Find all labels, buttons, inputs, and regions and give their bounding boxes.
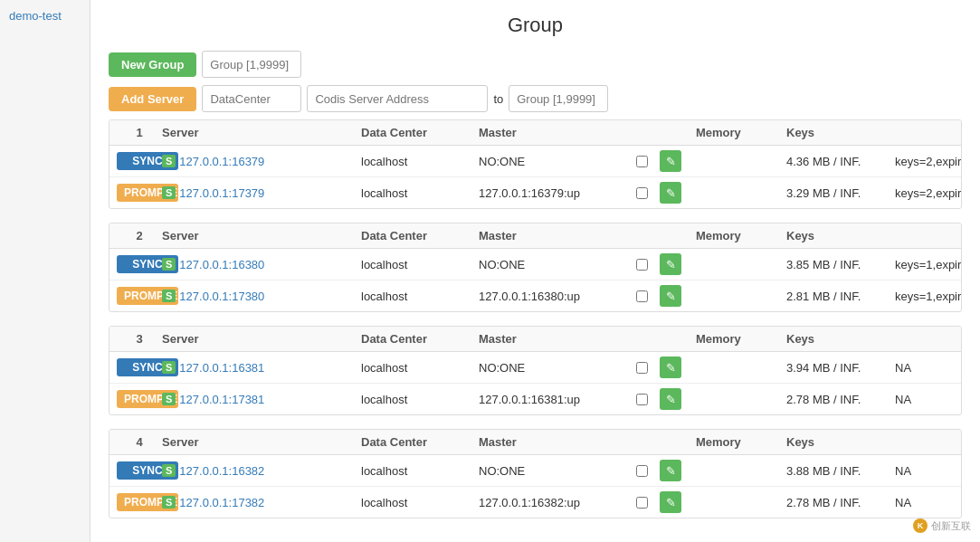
- server-address-link[interactable]: 127.0.0.1:17379: [179, 186, 264, 200]
- row-checkbox[interactable]: [636, 156, 648, 167]
- column-header: [660, 435, 696, 449]
- keys-cell: NA: [895, 496, 954, 509]
- column-header: Keys: [786, 229, 895, 242]
- watermark-icon: K: [913, 518, 928, 533]
- edit-button[interactable]: ✎: [660, 253, 681, 275]
- column-header: Server: [162, 332, 361, 346]
- master-cell: NO:ONE: [479, 155, 623, 168]
- datacenter-input[interactable]: [202, 85, 301, 112]
- edit-button[interactable]: ✎: [660, 491, 681, 513]
- memory-cell: 2.78 MB / INF.: [786, 393, 895, 406]
- group-number: 4: [117, 435, 162, 449]
- datacenter-cell: localhost: [361, 258, 479, 271]
- checkbox-cell: [623, 465, 660, 477]
- server-address-link[interactable]: 127.0.0.1:16380: [179, 258, 264, 271]
- keys-cell: keys=2,expires=0,avg_ttl=0: [895, 186, 962, 200]
- server-cell: S127.0.0.1:17380: [162, 290, 361, 303]
- column-header: Data Center: [361, 229, 479, 242]
- group-number: 3: [117, 332, 162, 346]
- edit-button[interactable]: ✎: [660, 150, 681, 172]
- group-target-input[interactable]: [509, 85, 608, 112]
- row-checkbox[interactable]: [636, 497, 648, 509]
- edit-cell: ✎: [660, 460, 696, 481]
- server-cell: S127.0.0.1:17381: [162, 393, 361, 406]
- edit-button[interactable]: ✎: [660, 182, 681, 204]
- server-cell: S127.0.0.1:16381: [162, 361, 361, 375]
- row-checkbox[interactable]: [636, 290, 648, 302]
- column-header: Memory: [696, 126, 786, 139]
- server-cell: S127.0.0.1:17382: [162, 496, 361, 509]
- memory-cell: 3.29 MB / INF.: [786, 186, 895, 200]
- datacenter-cell: localhost: [361, 464, 479, 478]
- column-header: Memory: [696, 229, 786, 242]
- checkbox-cell: [623, 259, 660, 271]
- edit-button[interactable]: ✎: [660, 357, 681, 378]
- server-address-link[interactable]: 127.0.0.1:16379: [179, 155, 264, 168]
- toolbar: New Group: [109, 51, 962, 78]
- to-label: to: [493, 92, 503, 106]
- server-address-link[interactable]: 127.0.0.1:17382: [179, 496, 264, 509]
- server-cell: S127.0.0.1:16382: [162, 464, 361, 478]
- edit-button[interactable]: ✎: [660, 388, 681, 410]
- server-address-link[interactable]: 127.0.0.1:17380: [179, 290, 264, 303]
- memory-cell: 3.85 MB / INF.: [786, 258, 895, 271]
- table-row: SYNCS127.0.0.1:16379localhostNO:ONE✎4.36…: [109, 146, 961, 177]
- column-header: Data Center: [361, 435, 479, 449]
- add-server-toolbar: Add Server to: [109, 85, 962, 112]
- column-header: Memory: [696, 435, 786, 449]
- sidebar: demo-test: [0, 0, 90, 542]
- memory-cell: 3.94 MB / INF.: [786, 361, 895, 375]
- new-group-input[interactable]: [202, 51, 301, 78]
- group-header-1: 1ServerData CenterMasterMemoryKeys: [109, 120, 961, 146]
- server-address-link[interactable]: 127.0.0.1:16381: [179, 361, 264, 375]
- column-header: Server: [162, 126, 361, 139]
- column-header: Memory: [696, 332, 786, 346]
- group-number: 2: [117, 229, 162, 242]
- master-cell: NO:ONE: [479, 361, 623, 375]
- column-header: Master: [479, 435, 623, 449]
- column-header: Server: [162, 435, 361, 449]
- new-group-button[interactable]: New Group: [109, 52, 196, 77]
- edit-cell: ✎: [660, 253, 696, 275]
- server-address-link[interactable]: 127.0.0.1:17381: [179, 393, 264, 406]
- row-checkbox[interactable]: [636, 362, 648, 374]
- edit-button[interactable]: ✎: [660, 460, 681, 481]
- group-header-3: 3ServerData CenterMasterMemoryKeys: [109, 327, 961, 352]
- datacenter-cell: localhost: [361, 496, 479, 509]
- row-checkbox[interactable]: [636, 187, 648, 199]
- memory-cell: 2.81 MB / INF.: [786, 290, 895, 303]
- column-header: Master: [479, 332, 623, 346]
- column-header: Server: [162, 229, 361, 242]
- server-address-link[interactable]: 127.0.0.1:16382: [179, 464, 264, 478]
- main-content: Group New Group Add Server to 1ServerDat…: [90, 0, 980, 542]
- add-server-button[interactable]: Add Server: [109, 87, 196, 111]
- table-row: PROMPTES127.0.0.1:17380localhost127.0.0.…: [109, 281, 961, 311]
- server-cell: S127.0.0.1:16380: [162, 258, 361, 271]
- master-cell: 127.0.0.1:16380:up: [479, 290, 623, 303]
- s-tag: S: [162, 290, 176, 302]
- server-cell: S127.0.0.1:16379: [162, 155, 361, 168]
- datacenter-cell: localhost: [361, 393, 479, 406]
- edit-button[interactable]: ✎: [660, 285, 681, 307]
- row-checkbox[interactable]: [636, 394, 648, 405]
- keys-cell: NA: [895, 361, 954, 375]
- column-header: [623, 126, 660, 139]
- codis-address-input[interactable]: [307, 85, 488, 112]
- group-header-2: 2ServerData CenterMasterMemoryKeys: [109, 223, 961, 249]
- table-row: PROMPTES127.0.0.1:17381localhost127.0.0.…: [109, 384, 961, 414]
- datacenter-cell: localhost: [361, 186, 479, 200]
- row-checkbox[interactable]: [636, 259, 648, 271]
- table-row: PROMPTES127.0.0.1:17382localhost127.0.0.…: [109, 487, 961, 518]
- column-header: [660, 229, 696, 242]
- table-row: SYNCS127.0.0.1:16380localhostNO:ONE✎3.85…: [109, 249, 961, 281]
- sidebar-link[interactable]: demo-test: [0, 0, 90, 32]
- group-block-3: 3ServerData CenterMasterMemoryKeysSYNCS1…: [109, 326, 962, 415]
- edit-cell: ✎: [660, 182, 696, 204]
- edit-cell: ✎: [660, 150, 696, 172]
- column-header: Keys: [786, 435, 895, 449]
- edit-cell: ✎: [660, 357, 696, 378]
- row-checkbox[interactable]: [636, 465, 648, 477]
- column-header: [623, 435, 660, 449]
- column-header: [660, 126, 696, 139]
- s-tag: S: [162, 393, 176, 405]
